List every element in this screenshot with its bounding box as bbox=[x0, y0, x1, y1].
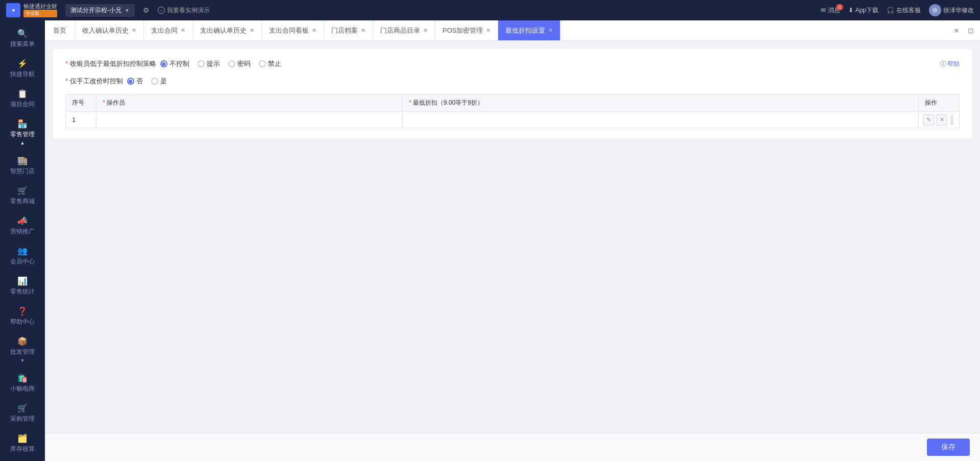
purchase-icon: 🛒 bbox=[17, 403, 28, 413]
demo-link[interactable]: ○ 我要看实例演示 bbox=[158, 6, 210, 15]
retail-manage-icon: 🏪 bbox=[17, 119, 28, 129]
demo-link-text: 我要看实例演示 bbox=[167, 6, 210, 15]
help-link[interactable]: ⓘ 帮助 bbox=[940, 60, 960, 68]
sidebar-label-help-center: 帮助中心 bbox=[10, 318, 35, 326]
sidebar-label-marketing: 营销推广 bbox=[10, 227, 35, 236]
radio-no-control[interactable]: 不控制 bbox=[160, 59, 189, 68]
radio-manual-yes-circle bbox=[151, 78, 158, 85]
sidebar-item-member-center[interactable]: 👥 会员中心 bbox=[0, 242, 45, 270]
row-edit-btn[interactable]: ✎ bbox=[923, 114, 934, 126]
control-strategy-radio-group: 不控制 提示 密码 禁止 bbox=[160, 59, 281, 68]
tab-payment-contract-close[interactable]: ✕ bbox=[181, 27, 185, 34]
row-drag-handle[interactable] bbox=[950, 115, 953, 125]
app-download-btn[interactable]: ⬇ App下载 bbox=[848, 6, 878, 15]
tab-pos-manage[interactable]: POS加密管理 ✕ bbox=[435, 20, 498, 41]
tab-store-goods-close[interactable]: ✕ bbox=[423, 27, 428, 34]
cell-min-discount[interactable] bbox=[403, 112, 919, 128]
tab-payment-board-close[interactable]: ✕ bbox=[312, 27, 316, 34]
row-delete-btn[interactable]: ✕ bbox=[936, 114, 947, 126]
table-header-row: 序号 操作员 最低折扣（9.00等于9折） 操作 bbox=[66, 94, 960, 112]
tab-store-goods[interactable]: 门店商品目录 ✕ bbox=[373, 20, 435, 41]
save-button[interactable]: 保存 bbox=[927, 439, 970, 456]
th-operation: 操作 bbox=[919, 94, 960, 112]
radio-forbid[interactable]: 禁止 bbox=[259, 59, 281, 68]
tab-store-file[interactable]: 门店档案 ✕ bbox=[324, 20, 373, 41]
operator-input[interactable] bbox=[103, 116, 396, 124]
sidebar-item-help-center[interactable]: ❓ 帮助中心 bbox=[0, 302, 45, 330]
sidebar-item-smart-store[interactable]: 🏬 智慧门店 bbox=[0, 152, 45, 180]
sidebar-label-smart-store: 智慧门店 bbox=[10, 167, 35, 176]
radio-hint-circle bbox=[198, 60, 205, 67]
sidebar-item-retail-stat[interactable]: 📊 零售统计 bbox=[0, 272, 45, 300]
tab-payment-contract[interactable]: 支出合同 ✕ bbox=[144, 20, 193, 41]
tab-store-file-close[interactable]: ✕ bbox=[361, 27, 365, 34]
cell-operator[interactable] bbox=[96, 112, 403, 128]
search-icon: 🔍 bbox=[17, 29, 28, 38]
sidebar-item-search[interactable]: 🔍 搜索菜单 bbox=[0, 25, 45, 53]
sidebar-label-online-store: 零售商城 bbox=[10, 197, 35, 206]
radio-password[interactable]: 密码 bbox=[228, 59, 251, 68]
table-head: 序号 操作员 最低折扣（9.00等于9折） 操作 bbox=[66, 94, 960, 112]
user-btn[interactable]: 徐 徐泽华修改 bbox=[929, 4, 974, 16]
sidebar-label-ecommerce: 小畅电商 bbox=[10, 384, 35, 393]
manual-control-label: 仅手工改价时控制 bbox=[65, 77, 123, 86]
sidebar-item-project-contract[interactable]: 📋 项目合同 bbox=[0, 85, 45, 113]
message-btn[interactable]: ✉ 消息 8 bbox=[821, 6, 840, 15]
smart-store-icon: 🏬 bbox=[17, 156, 28, 165]
radio-hint[interactable]: 提示 bbox=[198, 59, 220, 68]
tab-pos-manage-close[interactable]: ✕ bbox=[486, 27, 491, 34]
sidebar-item-retail-manage[interactable]: 🏪 零售管理 ▲ bbox=[0, 115, 45, 150]
tab-income-confirm-close[interactable]: ✕ bbox=[132, 27, 136, 34]
ecommerce-icon: 🛍️ bbox=[17, 373, 28, 383]
sidebar-item-quick-nav[interactable]: ⚡ 快捷导航 bbox=[0, 55, 45, 83]
th-operator: 操作员 bbox=[96, 94, 403, 112]
project-contract-icon: 📋 bbox=[17, 89, 28, 99]
project-name: 测试分开宗程-小兄 bbox=[70, 6, 121, 15]
tab-home[interactable]: 首页 bbox=[45, 20, 75, 41]
help-text: 帮助 bbox=[947, 60, 960, 68]
sidebar-label-member-center: 会员中心 bbox=[10, 257, 35, 266]
radio-manual-no[interactable]: 否 bbox=[127, 77, 143, 86]
tab-payment-contract-label: 支出合同 bbox=[151, 26, 178, 35]
radio-no-control-label: 不控制 bbox=[169, 59, 189, 68]
tabs-bar: 首页 收入确认单历史 ✕ 支出合同 ✕ 支出确认单历史 ✕ 支出合同看板 ✕ 门… bbox=[45, 20, 980, 41]
tab-payment-board[interactable]: 支出合同看板 ✕ bbox=[262, 20, 324, 41]
tab-income-confirm[interactable]: 收入确认单历史 ✕ bbox=[75, 20, 144, 41]
headset-icon: 🎧 bbox=[887, 7, 894, 14]
tab-min-discount[interactable]: 最低折扣设置 ✕ bbox=[498, 20, 560, 41]
radio-manual-no-circle bbox=[127, 78, 134, 85]
radio-hint-label: 提示 bbox=[207, 59, 220, 68]
project-selector[interactable]: 测试分开宗程-小兄 ▼ bbox=[65, 4, 135, 17]
batch-manage-icon: 📦 bbox=[17, 336, 28, 346]
tabs-close-btn[interactable]: ✕ bbox=[951, 25, 962, 37]
sidebar-item-marketing[interactable]: 📣 营销推广 bbox=[0, 212, 45, 240]
sidebar-item-inventory[interactable]: 🗂️ 库存核算 bbox=[0, 429, 45, 457]
tabs-actions: ✕ ⊡ bbox=[947, 25, 980, 37]
sidebar-item-batch-manage[interactable]: 📦 批发管理 ▼ bbox=[0, 332, 45, 367]
tabs-expand-btn[interactable]: ⊡ bbox=[966, 25, 976, 37]
online-store-icon: 🛒 bbox=[17, 186, 28, 196]
min-discount-input[interactable] bbox=[409, 116, 912, 124]
form-row-manual-control: 仅手工改价时控制 否 是 bbox=[65, 77, 960, 86]
settings-icon[interactable]: ⚙ bbox=[143, 6, 150, 14]
retail-manage-arrow-icon: ▲ bbox=[20, 140, 25, 145]
tab-payment-confirm[interactable]: 支出确认单历史 ✕ bbox=[193, 20, 262, 41]
sidebar-item-ecommerce[interactable]: 🛍️ 小畅电商 bbox=[0, 369, 45, 397]
radio-manual-yes[interactable]: 是 bbox=[151, 77, 167, 86]
tab-min-discount-close[interactable]: ✕ bbox=[548, 27, 553, 34]
sidebar-label-inventory: 库存核算 bbox=[10, 445, 35, 453]
online-service-btn[interactable]: 🎧 在线客服 bbox=[887, 6, 921, 15]
tab-payment-confirm-close[interactable]: ✕ bbox=[250, 27, 254, 34]
sidebar: 🔍 搜索菜单 ⚡ 快捷导航 📋 项目合同 🏪 零售管理 ▲ 🏬 智慧门店 🛒 零… bbox=[0, 20, 45, 461]
cell-seq: 1 bbox=[66, 112, 96, 128]
member-center-icon: 👥 bbox=[17, 246, 28, 256]
tab-store-goods-label: 门店商品目录 bbox=[380, 26, 420, 35]
sidebar-label-batch-manage: 批发管理 bbox=[10, 348, 35, 356]
sidebar-label-retail-manage: 零售管理 bbox=[10, 130, 35, 139]
table-body: 1 ✎ ✕ bbox=[66, 112, 960, 128]
sidebar-item-online-store[interactable]: 🛒 零售商城 bbox=[0, 182, 45, 210]
chevron-down-icon: ▼ bbox=[125, 8, 130, 13]
version-badge: 专业版 bbox=[23, 10, 57, 17]
logo-area: ✦ 畅捷通好业财 专业版 bbox=[6, 3, 57, 17]
sidebar-item-purchase[interactable]: 🛒 采购管理 bbox=[0, 399, 45, 427]
